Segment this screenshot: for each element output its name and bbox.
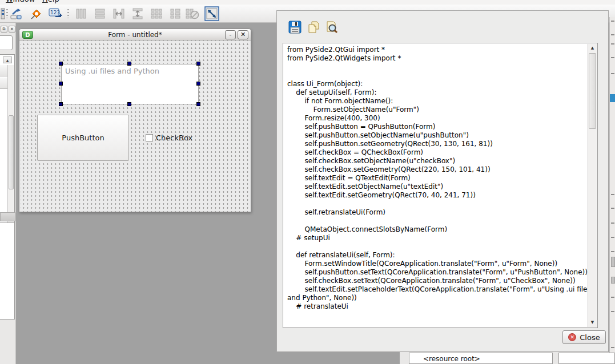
- selection-handle[interactable]: [127, 62, 131, 66]
- textedit-widget[interactable]: Using .ui files and Python: [61, 64, 199, 104]
- minimize-button[interactable]: -: [225, 30, 236, 39]
- widget-box-scrollbar[interactable]: [7, 65, 14, 224]
- code-scrollbar[interactable]: ▲ ▼: [588, 44, 597, 327]
- layout-vertical-icon[interactable]: [93, 6, 107, 21]
- code-preview-dialog: from PySide2.QtGui import * from PySide2…: [276, 10, 609, 352]
- widget-category-row[interactable]: [0, 65, 7, 76]
- scroll-up-icon[interactable]: ▲: [588, 44, 597, 52]
- selection-handle[interactable]: [59, 62, 63, 66]
- layout-form-icon[interactable]: [168, 6, 183, 21]
- edit-tab-order-icon[interactable]: 123: [48, 6, 63, 21]
- scrollbar-thumb[interactable]: [611, 277, 615, 284]
- generated-python-code[interactable]: from PySide2.QtGui import * from PySide2…: [284, 44, 588, 327]
- close-button-label: Close: [580, 333, 600, 342]
- selection-handle[interactable]: [127, 102, 131, 106]
- selection-handle[interactable]: [196, 82, 200, 86]
- menubar: Window Help: [0, 0, 615, 5]
- resource-root-item[interactable]: <resource root>: [423, 355, 480, 363]
- form-window-title: Form - untitled*: [108, 31, 162, 39]
- widget-filter-input[interactable]: [0, 35, 13, 50]
- form-window[interactable]: D Form - untitled* - ✕ Using .ui files a…: [19, 29, 251, 212]
- menu-window[interactable]: Window: [6, 0, 35, 3]
- resource-detail-panel[interactable]: [558, 353, 615, 364]
- save-icon[interactable]: [288, 21, 303, 35]
- layout-vertical-splitter-icon[interactable]: [130, 6, 145, 21]
- selection-handle[interactable]: [59, 82, 63, 86]
- layout-horizontal-icon[interactable]: [74, 6, 89, 21]
- close-circle-icon: ✕: [568, 333, 576, 341]
- selection-handle[interactable]: [196, 62, 200, 66]
- toolbar-separator: [67, 9, 69, 18]
- scrollbar-thumb[interactable]: [611, 257, 615, 267]
- scroll-up-icon[interactable]: ▲: [3, 56, 12, 63]
- toolbar-separator: [6, 9, 8, 18]
- find-icon[interactable]: [325, 21, 340, 35]
- svg-text:123: 123: [50, 10, 60, 15]
- resource-tree[interactable]: <resource root>: [409, 353, 553, 364]
- designer-form-icon: D: [22, 31, 33, 39]
- scrollbar-thumb[interactable]: [589, 53, 596, 129]
- edit-buddies-icon[interactable]: [29, 6, 44, 21]
- dock-float-icon[interactable]: ⧉: [1, 26, 7, 33]
- adjust-size-icon[interactable]: [204, 6, 219, 21]
- menu-help[interactable]: Help: [42, 0, 59, 3]
- checkbox-label: CheckBox: [156, 134, 192, 142]
- selected-property-row[interactable]: [610, 94, 615, 102]
- edit-signals-slots-icon[interactable]: [9, 6, 23, 21]
- copy-icon[interactable]: [307, 21, 321, 35]
- layout-horizontal-splitter-icon[interactable]: [111, 6, 126, 21]
- checkbox-widget[interactable]: CheckBox: [146, 126, 203, 149]
- form-window-titlebar[interactable]: D Form - untitled* - ✕: [19, 29, 251, 41]
- selection-handle[interactable]: [196, 102, 200, 106]
- scroll-down-icon[interactable]: ▼: [588, 318, 597, 327]
- widget-box-dock: ⧉ ✕ ▲: [0, 23, 16, 364]
- close-dialog-button[interactable]: ✕ Close: [562, 330, 606, 344]
- layout-grid-icon[interactable]: [149, 6, 164, 21]
- widget-box-list[interactable]: ▲: [0, 54, 15, 225]
- code-text-area[interactable]: from PySide2.QtGui import * from PySide2…: [283, 43, 598, 328]
- form-canvas[interactable]: Using .ui files and Python PushButton Ch…: [20, 41, 250, 212]
- checkbox-indicator[interactable]: [146, 134, 153, 141]
- widget-category-row[interactable]: [0, 78, 7, 89]
- scrollbar-thumb[interactable]: [9, 115, 14, 189]
- close-button[interactable]: ✕: [238, 30, 248, 39]
- pushbutton-widget[interactable]: PushButton: [37, 115, 129, 161]
- object-inspector-dock: [0, 223, 15, 319]
- resource-browser-dock: <resource root>: [400, 352, 615, 364]
- break-layout-icon[interactable]: [185, 6, 200, 21]
- selection-handle[interactable]: [59, 102, 63, 106]
- dock-close-icon[interactable]: ✕: [9, 26, 15, 33]
- dock-splitter[interactable]: [0, 212, 15, 221]
- property-editor-sliver: [609, 17, 615, 353]
